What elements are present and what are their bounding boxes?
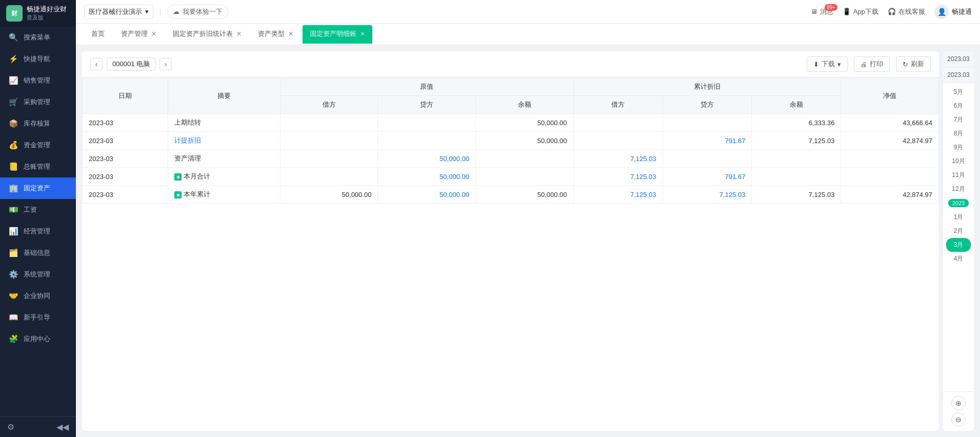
experience-btn[interactable]: ☁ 我要体验一下	[167, 5, 228, 19]
sidebar-item-payroll[interactable]: 💵 工资	[0, 199, 76, 221]
cell-accum-balance	[752, 150, 841, 168]
timeline-month-10月[interactable]: 10月	[943, 154, 974, 168]
cell-orig-credit: 50,000.00	[378, 150, 476, 168]
sidebar-item-system[interactable]: ⚙️ 系统管理	[0, 264, 76, 285]
col-summary: 摘要	[168, 78, 281, 114]
timeline-month-8月[interactable]: 8月	[943, 127, 974, 141]
sidebar-item-label: 应用中心	[24, 334, 50, 344]
settings-icon[interactable]: ⚙	[7, 422, 14, 432]
timeline-month-2月[interactable]: 2月	[943, 224, 974, 238]
cell-net: 43,666.64	[841, 114, 939, 132]
tab-home[interactable]: 首页	[84, 25, 112, 44]
download-button[interactable]: ⬇ 下载 ▾	[807, 56, 848, 72]
tab-asset-manage[interactable]: 资产管理✕	[114, 25, 164, 44]
message-badge: 99+	[825, 4, 837, 11]
col-accumulated: 累计折旧	[573, 78, 841, 96]
cell-accum-credit: 791.67	[663, 132, 752, 150]
expand-icon: ⊕	[955, 399, 962, 407]
col-net: 净值	[841, 78, 939, 114]
timeline-month-7月[interactable]: 7月	[943, 113, 974, 127]
sidebar-item-basic-info[interactable]: 🗂️ 基础信息	[0, 242, 76, 264]
cell-net: 42,874.97	[841, 132, 939, 150]
timeline-month-5月[interactable]: 5月	[943, 85, 974, 99]
cell-orig-debit	[280, 114, 378, 132]
cell-accum-credit	[663, 150, 752, 168]
sidebar-item-sales[interactable]: 📈 销售管理	[0, 70, 76, 91]
timeline-month-12月[interactable]: 12月	[943, 182, 974, 196]
timeline-month-4月[interactable]: 4月	[943, 252, 974, 266]
tab-close-icon[interactable]: ✕	[288, 30, 293, 37]
timeline-month-6月[interactable]: 6月	[943, 99, 974, 113]
next-asset-button[interactable]: ›	[159, 58, 172, 70]
refresh-button[interactable]: ↻ 刷新	[896, 56, 931, 72]
tab-close-icon[interactable]: ✕	[236, 30, 242, 37]
tab-close-icon[interactable]: ✕	[151, 30, 156, 37]
message-action[interactable]: 🖥 消息 99+	[811, 7, 833, 16]
customer-service-label: 在线客服	[898, 7, 925, 16]
timeline-header1: 2023.03	[943, 51, 974, 67]
payroll-icon: 💵	[8, 205, 18, 215]
prev-asset-button[interactable]: ‹	[90, 58, 103, 70]
sidebar-scroll: 🔍 搜索菜单 ⚡ 快捷导航 📈 销售管理 🛒 采购管理 📦 库存核算 💰 资金管…	[0, 27, 76, 416]
sidebar-item-quick-nav[interactable]: ⚡ 快捷导航	[0, 48, 76, 70]
company-selector[interactable]: 医疗器械行业演示 ▾	[84, 5, 153, 19]
collapse-icon[interactable]: ◀◀	[56, 422, 69, 432]
tab-fixed-detail[interactable]: 固定资产明细账✕	[303, 25, 372, 44]
sidebar-item-inventory[interactable]: 📦 库存核算	[0, 113, 76, 134]
customer-service-action[interactable]: 🎧 在线客服	[888, 7, 925, 16]
tab-close-icon[interactable]: ✕	[360, 30, 365, 37]
user-menu[interactable]: 👤 畅捷通	[934, 5, 972, 19]
user-name: 畅捷通	[952, 7, 972, 16]
app-sub: 普及版	[27, 14, 67, 22]
print-button[interactable]: 🖨 打印	[854, 56, 890, 72]
cell-orig-balance	[475, 150, 573, 168]
table-row: 2023-03 上期结转 50,000.00 6,333.36 43,666.6…	[83, 114, 939, 132]
sidebar-item-guide[interactable]: 📖 新手引导	[0, 307, 76, 328]
timeline-header2: 2023.03	[943, 67, 974, 83]
timeline-month-3月[interactable]: 3月	[946, 238, 971, 252]
topbar: 医疗器械行业演示 ▾ | ☁ 我要体验一下 🖥 消息 99+ 📱 App下载 🎧…	[76, 0, 980, 24]
timeline-expand-button[interactable]: ⊕	[951, 396, 966, 410]
sidebar-item-label: 新手引导	[24, 313, 50, 322]
sidebar-item-ledger[interactable]: 📒 总账管理	[0, 156, 76, 177]
tab-asset-type[interactable]: 资产类型✕	[251, 25, 301, 44]
timeline-collapse-button[interactable]: ⊖	[951, 412, 966, 427]
sidebar-item-operations[interactable]: 📊 经营管理	[0, 221, 76, 242]
sidebar-item-finance[interactable]: 💰 资金管理	[0, 134, 76, 156]
main-area: 医疗器械行业演示 ▾ | ☁ 我要体验一下 🖥 消息 99+ 📱 App下载 🎧…	[76, 0, 980, 437]
cell-accum-credit	[663, 114, 752, 132]
sidebar-item-app-center[interactable]: 🧩 应用中心	[0, 328, 76, 350]
cell-accum-debit: 7,125.03	[573, 168, 663, 186]
finance-icon: 💰	[8, 140, 18, 150]
timeline-month-9月[interactable]: 9月	[943, 141, 974, 154]
cell-orig-debit	[280, 132, 378, 150]
sidebar-item-fixed-assets[interactable]: 🏢 固定资产	[0, 177, 76, 199]
sidebar-item-search[interactable]: 🔍 搜索菜单	[0, 27, 76, 48]
app-download-label: App下载	[853, 7, 878, 16]
cell-accum-credit: 791.67	[663, 168, 752, 186]
sidebar-item-label: 基础信息	[24, 248, 50, 257]
table-row: 2023-03 ■本年累计 50,000.00 50,000.00 50,000…	[83, 186, 939, 204]
timeline-month-11月[interactable]: 11月	[943, 168, 974, 182]
cell-orig-balance: 50,000.00	[475, 132, 573, 150]
app-download-action[interactable]: 📱 App下载	[843, 7, 878, 16]
cell-orig-debit: 50,000.00	[280, 186, 378, 204]
sep1: |	[159, 8, 161, 15]
cell-accum-balance: 7,125.03	[752, 132, 841, 150]
sidebar-item-cooperation[interactable]: 🤝 企业协同	[0, 285, 76, 307]
sidebar-item-purchase[interactable]: 🛒 采购管理	[0, 91, 76, 113]
asset-tag: 000001 电脑	[107, 57, 155, 71]
table-row: 2023-03 计提折旧 50,000.00 791.67 7,125.03 4…	[83, 132, 939, 150]
timeline-month-1月[interactable]: 1月	[943, 210, 974, 224]
sidebar-item-label: 总账管理	[24, 162, 50, 171]
ledger-icon: 📒	[8, 162, 18, 172]
main-card: ‹ 000001 电脑 › ⬇ 下载 ▾ 🖨 打印 ↻	[82, 51, 939, 431]
download-chevron-icon: ▾	[837, 61, 841, 68]
timeline-panel: 2023.03 2023.03 5月6月7月8月9月10月11月12月20231…	[943, 51, 974, 431]
cell-date: 2023-03	[83, 132, 168, 150]
tabs-bar: 首页资产管理✕固定资产折旧统计表✕资产类型✕固定资产明细账✕	[76, 24, 980, 45]
tab-fixed-depreciation[interactable]: 固定资产折旧统计表✕	[166, 25, 249, 44]
year-badge: 2023	[948, 199, 969, 207]
cell-accum-debit: 7,125.03	[573, 150, 663, 168]
cell-orig-debit	[280, 150, 378, 168]
